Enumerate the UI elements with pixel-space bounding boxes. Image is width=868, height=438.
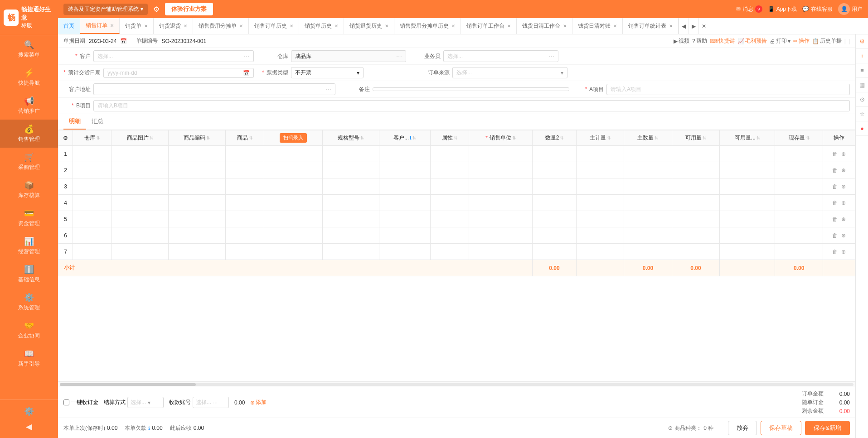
sidebar-item-sales[interactable]: 💰 销售管理 (0, 120, 58, 148)
tab-close-stats[interactable]: ✕ (669, 24, 673, 29)
help-btn[interactable]: ? 帮助 (692, 37, 707, 45)
row-3-munit[interactable] (576, 178, 624, 195)
row-7-warehouse[interactable] (73, 244, 112, 260)
row-4-unit[interactable] (469, 195, 533, 211)
sort-current-icon[interactable]: ⇅ (806, 135, 810, 140)
tab-home[interactable]: 首页 (58, 18, 80, 34)
tab-expense[interactable]: 销售费用分摊单 ✕ (193, 18, 249, 34)
sort-avail-icon[interactable]: ⇅ (703, 135, 706, 140)
row-3-mqty[interactable] (624, 178, 672, 195)
row-6-munit[interactable] (576, 227, 624, 244)
invoice-select[interactable]: 不开票 ▾ (291, 67, 364, 78)
row-3-warehouse[interactable] (73, 178, 112, 195)
sidebar-item-search[interactable]: 🔍 搜索菜单 (0, 35, 58, 63)
date-value[interactable]: 2023-03-24 (89, 38, 116, 44)
sort-warehouse-icon[interactable]: ⇅ (96, 135, 100, 140)
view-video-btn[interactable]: ▶ 视频 (674, 37, 689, 45)
payment-select[interactable]: 选择... ▾ (127, 397, 164, 408)
row-5-ccode[interactable] (379, 211, 430, 227)
row-4-munit[interactable] (576, 195, 624, 211)
row-7-unit[interactable] (469, 244, 533, 260)
app-download-btn[interactable]: 📱 App下载 (768, 5, 797, 13)
row-1-delete-icon[interactable]: 🗑 (832, 151, 838, 157)
note-input[interactable] (373, 87, 569, 91)
row-6-spec[interactable] (322, 227, 379, 244)
row-1-copy-icon[interactable]: ⊕ (841, 151, 846, 157)
save-new-button[interactable]: 保存&新增 (805, 421, 850, 435)
customer-addr-input[interactable]: ··· (93, 83, 335, 95)
row-3-copy-icon[interactable]: ⊕ (841, 183, 846, 190)
one-click-checkbox[interactable]: 一键收订金 (63, 399, 98, 406)
a-project-input[interactable]: 请输入A项目 (606, 84, 850, 95)
row-1-spec[interactable] (322, 146, 379, 162)
sort-unit-icon[interactable]: ⇅ (512, 135, 516, 140)
tab-close-sales[interactable]: ✕ (144, 24, 148, 29)
system-title[interactable]: 装备及固定资产辅助管理系统 ▾ (63, 4, 148, 15)
tab-stats[interactable]: 销售订单统计表 ✕ (623, 18, 679, 34)
row-4-spec[interactable] (322, 195, 379, 211)
row-6-unit[interactable] (469, 227, 533, 244)
add-account-btn[interactable]: ⊕ 添加 (250, 399, 267, 406)
account-select[interactable]: 选择... ··· (193, 397, 229, 408)
row-2-attr[interactable] (430, 162, 469, 178)
row-2-mqty[interactable] (624, 162, 672, 178)
row-5-warehouse[interactable] (73, 211, 112, 227)
order-source-input[interactable]: 选择... ▾ (452, 67, 567, 78)
sort-image-icon[interactable]: ⇅ (150, 135, 153, 140)
row-2-spec[interactable] (322, 162, 379, 178)
message-btn[interactable]: ✉ 消息 9 (736, 5, 762, 13)
sort-code-icon[interactable]: ⇅ (206, 135, 210, 140)
row-2-avail2[interactable] (720, 162, 775, 178)
row-7-attr[interactable] (430, 244, 469, 260)
info-debt-icon[interactable]: ℹ (148, 426, 150, 431)
row-3-delete-icon[interactable]: 🗑 (832, 183, 838, 190)
row-6-current[interactable] (775, 227, 823, 244)
side-icon-star[interactable]: ☆ (856, 107, 868, 121)
row-7-avail2[interactable] (720, 244, 775, 260)
row-6-avail2[interactable] (720, 227, 775, 244)
row-3-avail2[interactable] (720, 178, 775, 195)
side-icon-settings[interactable]: ⚙ (856, 34, 868, 49)
sidebar-collapse-btn[interactable]: ◀ (0, 419, 58, 434)
row-4-mqty[interactable] (624, 195, 672, 211)
row-7-qty2[interactable] (533, 244, 577, 260)
row-5-mqty[interactable] (624, 211, 672, 227)
row-2-warehouse[interactable] (73, 162, 112, 178)
row-3-product[interactable] (225, 178, 264, 195)
salesperson-more-icon[interactable]: ··· (548, 52, 554, 60)
row-7-image[interactable] (112, 244, 169, 260)
tab-detail[interactable]: 明细 (63, 114, 86, 130)
row-2-copy-icon[interactable]: ⊕ (841, 167, 846, 173)
tab-expense-history[interactable]: 销售费用分摊单历史 ✕ (394, 18, 461, 34)
tab-return[interactable]: 销货退货 ✕ (154, 18, 193, 34)
row-1-mqty[interactable] (624, 146, 672, 162)
row-7-munit[interactable] (576, 244, 624, 260)
row-1-munit[interactable] (576, 146, 624, 162)
row-5-image[interactable] (112, 211, 169, 227)
online-service-btn[interactable]: 💬 在线客服 (802, 5, 833, 13)
row-1-attr[interactable] (430, 146, 469, 162)
row-4-code[interactable] (168, 195, 225, 211)
tab-close-order-history[interactable]: ✕ (290, 24, 293, 29)
row-7-code[interactable] (168, 244, 225, 260)
tab-return-history[interactable]: 销货退货历史 ✕ (344, 18, 394, 34)
row-5-munit[interactable] (576, 211, 624, 227)
tab-order-history[interactable]: 销售订单历史 ✕ (249, 18, 299, 34)
info-icon[interactable]: ℹ (410, 135, 412, 140)
row-4-avail[interactable] (672, 195, 719, 211)
tab-close-expense-history[interactable]: ✕ (451, 24, 455, 29)
row-7-current[interactable] (775, 244, 823, 260)
row-2-ccode[interactable] (379, 162, 430, 178)
row-6-image[interactable] (112, 227, 169, 244)
row-3-ccode[interactable] (379, 178, 430, 195)
row-4-warehouse[interactable] (73, 195, 112, 211)
row-2-avail[interactable] (672, 162, 719, 178)
sidebar-item-marketing[interactable]: 📢 营销推广 (0, 91, 58, 120)
customer-more-icon[interactable]: ··· (244, 52, 250, 60)
tab-close-return-history[interactable]: ✕ (385, 24, 388, 29)
row-1-image[interactable] (112, 146, 169, 162)
row-6-qty2[interactable] (533, 227, 577, 244)
delivery-input[interactable]: yyyy-mm-dd 📅 (103, 68, 254, 78)
solution-button[interactable]: 体验行业方案 (165, 3, 213, 15)
row-4-delete-icon[interactable]: 🗑 (832, 200, 838, 206)
